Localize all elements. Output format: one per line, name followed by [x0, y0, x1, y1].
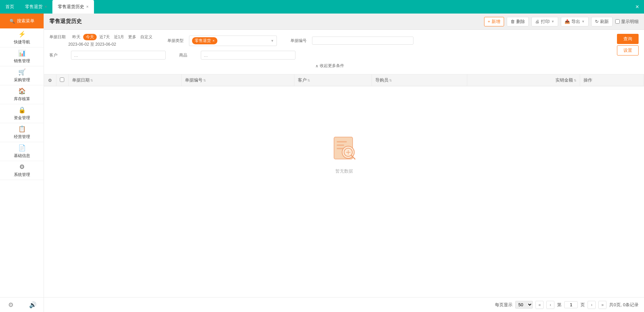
guide-sort[interactable]: 导购员 ⇅ — [375, 77, 392, 83]
th-settings[interactable]: ⚙ — [44, 74, 56, 86]
print-button[interactable]: 🖨 打印 ▼ — [531, 17, 558, 26]
doc-number-input[interactable] — [312, 37, 413, 45]
customer-sort[interactable]: 客户 ⇅ — [298, 77, 310, 83]
empty-text: 暂无数据 — [335, 168, 353, 174]
add-button[interactable]: + 新增 — [484, 17, 504, 26]
settings-bottom-btn[interactable]: ⚙ — [5, 299, 17, 311]
page-header: 零售退货历史 + 新增 🗑 删除 🖨 打印 ▼ 📤 导出 ▼ ↻ — [44, 14, 644, 30]
data-table: ⚙ 单据日期 ⇅ 单据编号 ⇅ — [44, 74, 644, 86]
sidebar-item-finance[interactable]: 🔒 资金管理 — [0, 104, 44, 123]
top-nav-tabs: 首页 零售退货 × 零售退货历史 × — [0, 0, 630, 14]
total-info: 共0页, 0条记录 — [609, 302, 639, 308]
th-checkbox[interactable] — [56, 74, 68, 86]
sidebar-search[interactable]: 🔍 搜索菜单 — [0, 14, 44, 28]
page-unit: 页 — [580, 302, 585, 308]
delete-button[interactable]: 🗑 删除 — [507, 17, 529, 26]
date-btn-today[interactable]: 今天 — [83, 34, 97, 40]
sidebar-item-finance-label: 资金管理 — [14, 115, 30, 121]
add-label: 新增 — [492, 19, 500, 25]
sidebar-item-sales[interactable]: 📊 销售管理 — [0, 47, 44, 66]
customer-dots[interactable]: ... — [74, 52, 78, 58]
page-size-label: 每页显示 — [495, 302, 512, 308]
page-size-select[interactable]: 50 100 200 — [515, 301, 533, 309]
actual-amount-sort[interactable]: 实销金额 ⇅ — [555, 77, 576, 83]
th-guide-label: 导购员 — [375, 77, 388, 83]
tab-retail-return-close[interactable]: × — [45, 4, 47, 9]
prev-page-icon: ‹ — [550, 303, 551, 307]
th-actions: 操作 — [580, 74, 644, 86]
sidebar-item-system[interactable]: ⚙ 系统管理 — [0, 161, 44, 180]
th-actual-amount[interactable]: 实销金额 ⇅ — [467, 74, 580, 86]
date-btn-more[interactable]: 更多 — [127, 34, 138, 40]
system-icon: ⚙ — [19, 163, 25, 171]
inventory-icon: 🏠 — [18, 87, 26, 95]
set-button[interactable]: 设置 — [617, 45, 639, 55]
last-page-button[interactable]: » — [598, 301, 606, 309]
purchase-icon: 🛒 — [18, 68, 26, 76]
sidebar-item-inventory[interactable]: 🏠 库存核算 — [0, 85, 44, 104]
date-btn-7days[interactable]: 近7天 — [98, 34, 111, 40]
doc-date-sort[interactable]: 单据日期 ⇅ — [72, 77, 93, 83]
goods-dots[interactable]: ... — [204, 52, 208, 58]
display-toggle-label: 显示明细 — [621, 19, 639, 25]
display-toggle-checkbox[interactable] — [615, 19, 620, 24]
customer-filter-label: 客户 — [49, 52, 68, 58]
doc-number-label: 单据编号 — [290, 38, 309, 44]
doc-type-select[interactable]: 零售退货 × ▼ — [189, 36, 277, 46]
sidebar-item-basic-info[interactable]: 📄 基础信息 — [0, 142, 44, 161]
export-button[interactable]: 📤 导出 ▼ — [561, 17, 589, 26]
doc-number-sort[interactable]: 单据编号 ⇅ — [185, 77, 206, 83]
first-page-button[interactable]: « — [535, 301, 544, 309]
export-dropdown-icon: ▼ — [581, 20, 585, 23]
settings-icon: ⚙ — [48, 78, 52, 83]
tab-home-label: 首页 — [5, 4, 14, 10]
tab-retail-return-label: 零售退货 — [25, 4, 43, 10]
th-customer-label: 客户 — [298, 77, 307, 83]
tab-retail-return-history-label: 零售退货历史 — [58, 4, 84, 10]
date-btn-1month[interactable]: 近1月 — [113, 34, 126, 40]
display-toggle[interactable]: 显示明细 — [615, 19, 639, 25]
filter-row-1: 单据日期 昨天 今天 近7天 近1月 更多 自定义 2023-06-02 至 2… — [49, 34, 610, 47]
svg-rect-1 — [337, 141, 347, 142]
sidebar-item-inventory-label: 库存核算 — [14, 96, 30, 102]
tab-retail-return-history[interactable]: 零售退货历史 × — [52, 0, 94, 14]
tab-retail-return[interactable]: 零售退货 × — [20, 0, 52, 14]
volume-bottom-btn[interactable]: 🔊 — [27, 299, 39, 311]
sidebar-bottom: ⚙ 🔊 — [0, 297, 44, 312]
guide-sort-icon: ⇅ — [389, 79, 392, 82]
page-title: 零售退货历史 — [49, 18, 82, 25]
export-label: 导出 — [571, 19, 580, 25]
th-actual-amount-label: 实销金额 — [555, 77, 573, 83]
select-all-checkbox[interactable] — [60, 77, 64, 82]
sidebar-item-quick-nav[interactable]: ⚡ 快捷导航 — [0, 28, 44, 47]
print-dropdown-icon: ▼ — [551, 20, 554, 23]
actual-amount-sort-icon: ⇅ — [574, 79, 576, 82]
th-guide[interactable]: 导购员 ⇅ — [372, 74, 467, 86]
th-doc-number[interactable]: 单据编号 ⇅ — [181, 74, 294, 86]
export-icon: 📤 — [565, 19, 570, 24]
date-btn-yesterday[interactable]: 昨天 — [71, 34, 82, 40]
window-close-button[interactable]: × — [630, 0, 644, 14]
customer-select[interactable]: ... — [71, 51, 166, 60]
basic-info-icon: 📄 — [18, 144, 26, 152]
next-page-button[interactable]: › — [588, 301, 596, 309]
sidebar-item-quick-nav-label: 快捷导航 — [14, 39, 30, 45]
empty-svg — [327, 134, 361, 164]
query-button[interactable]: 查询 — [617, 34, 639, 44]
doc-type-tag-value: 零售退货 — [195, 38, 211, 44]
tab-retail-return-history-close[interactable]: × — [86, 4, 89, 9]
page-number-input[interactable] — [564, 301, 578, 308]
refresh-button[interactable]: ↻ 刷新 — [591, 17, 613, 26]
pagination-bar: 每页显示 50 100 200 « ‹ 第 页 › » 共0页, 0条记录 — [44, 297, 644, 312]
doc-type-tag-close[interactable]: × — [212, 39, 214, 43]
prev-page-button[interactable]: ‹ — [546, 301, 554, 309]
search-icon: 🔍 — [9, 19, 15, 24]
th-customer[interactable]: 客户 ⇅ — [294, 74, 372, 86]
sidebar-item-purchase[interactable]: 🛒 采购管理 — [0, 66, 44, 85]
goods-select[interactable]: ... — [201, 51, 295, 60]
th-doc-date[interactable]: 单据日期 ⇅ — [68, 74, 181, 86]
date-btn-custom[interactable]: 自定义 — [139, 34, 154, 40]
collapse-button[interactable]: ∧ 收起更多条件 — [315, 63, 344, 69]
sidebar-item-operations[interactable]: 📋 经营管理 — [0, 123, 44, 142]
tab-home[interactable]: 首页 — [0, 0, 20, 14]
